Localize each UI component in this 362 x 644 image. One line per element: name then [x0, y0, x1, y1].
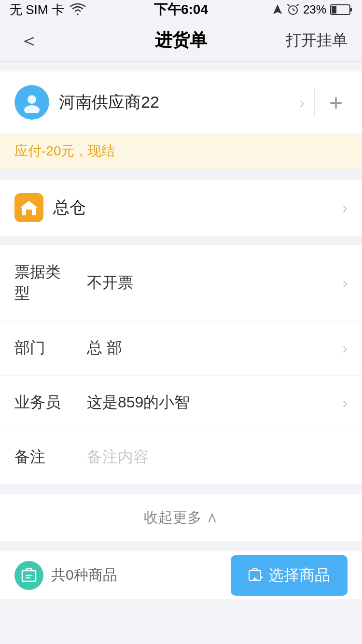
department-value: 总 部 [72, 337, 337, 359]
location-icon [272, 3, 283, 16]
invoice-chevron-icon: › [342, 274, 348, 292]
svg-rect-10 [26, 210, 32, 215]
warehouse-name: 总仓 [53, 196, 337, 219]
nav-bar: ＜ 进货单 打开挂单 [0, 19, 362, 62]
supplier-chevron-icon: › [299, 94, 305, 112]
svg-point-6 [28, 95, 36, 104]
status-left: 无 SIM 卡 [10, 1, 86, 18]
svg-rect-4 [332, 6, 336, 14]
remark-row[interactable]: 备注 备注内容 [0, 430, 362, 484]
department-row[interactable]: 部门 总 部 › [0, 321, 362, 376]
product-icon [14, 561, 43, 590]
select-product-label: 选择商品 [268, 565, 330, 586]
supplier-name: 河南供应商22 [59, 91, 294, 113]
form-section: 票据类型 不开票 › 部门 总 部 › 业务员 这是859的小智 › 备注 备注… [0, 245, 362, 484]
salesperson-value: 这是859的小智 [72, 392, 337, 413]
warehouse-chevron-icon: › [342, 199, 348, 217]
svg-rect-5 [350, 8, 352, 12]
remark-input[interactable]: 备注内容 [72, 447, 348, 468]
supplier-row[interactable]: 河南供应商22 › + [0, 71, 362, 133]
svg-marker-9 [20, 201, 38, 208]
avatar-icon [14, 85, 49, 120]
salesperson-chevron-icon: › [342, 394, 348, 412]
alarm-icon [287, 3, 299, 16]
department-label: 部门 [14, 337, 72, 359]
invoice-type-row[interactable]: 票据类型 不开票 › [0, 245, 362, 321]
status-right: 23% [272, 3, 352, 16]
invoice-type-label: 票据类型 [14, 262, 72, 304]
carrier-text: 无 SIM 卡 [10, 1, 64, 18]
wifi-icon [69, 3, 86, 16]
remark-label: 备注 [14, 447, 72, 468]
invoice-type-value: 不开票 [72, 272, 337, 294]
salesperson-label: 业务员 [14, 392, 72, 413]
supplier-divider [314, 88, 315, 117]
notice-text: 应付-20元，现结 [14, 143, 115, 158]
svg-point-7 [24, 105, 40, 113]
top-separator [0, 62, 362, 71]
warehouse-section[interactable]: 总仓 › [0, 179, 362, 236]
notice-row: 应付-20元，现结 [0, 133, 362, 169]
supplier-avatar [14, 85, 49, 120]
open-pending-button[interactable]: 打开挂单 [286, 30, 348, 51]
select-product-button[interactable]: 选择商品 [231, 555, 348, 596]
battery-icon [330, 4, 352, 15]
battery-text: 23% [303, 3, 326, 16]
collapse-button[interactable]: 收起更多 ∧ [0, 494, 362, 541]
warehouse-icon [14, 193, 43, 222]
bottom-content [0, 599, 362, 644]
status-time: 下午6:04 [154, 0, 208, 19]
warehouse-row[interactable]: 总仓 › [0, 179, 362, 236]
status-bar: 无 SIM 卡 下午6:04 23% [0, 0, 362, 19]
back-button[interactable]: ＜ [14, 22, 43, 58]
salesperson-row[interactable]: 业务员 这是859的小智 › [0, 376, 362, 430]
supplier-section: 河南供应商22 › + 应付-20元，现结 [0, 71, 362, 169]
page-title: 进货单 [155, 28, 207, 52]
product-count: 共0种商品 [51, 565, 231, 585]
bottom-bar: 共0种商品 选择商品 [0, 551, 362, 599]
department-chevron-icon: › [342, 339, 348, 357]
collapse-text: 收起更多 ∧ [144, 509, 218, 525]
add-button[interactable]: + [324, 89, 348, 116]
